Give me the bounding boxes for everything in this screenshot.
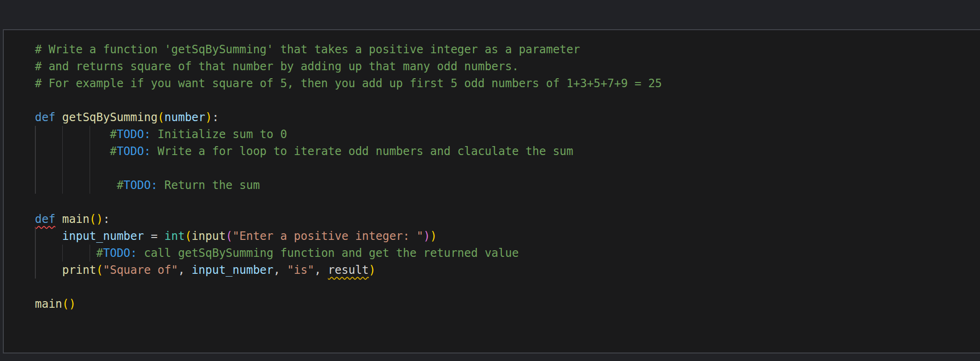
code-token: "is" — [287, 263, 315, 277]
indent-guide — [90, 160, 91, 177]
code-text: #TODO: Write a for loop to iterate odd n… — [35, 145, 573, 158]
code-text: # Write a function 'getSqBySumming' that… — [35, 43, 580, 56]
code-token: ) — [430, 230, 437, 243]
code-token: ) — [96, 213, 103, 226]
code-token: getSqBySumming — [62, 111, 158, 124]
code-text: input_number = int(input("Enter a positi… — [35, 230, 437, 243]
code-token: , — [178, 263, 191, 277]
code-token: # Write a function 'getSqBySumming' that… — [35, 43, 580, 56]
code-line[interactable] — [35, 279, 980, 295]
code-token: # and returns square of that number by a… — [35, 60, 519, 73]
code-token: print — [62, 263, 96, 277]
code-token: , — [314, 263, 328, 277]
code-line[interactable] — [35, 160, 980, 177]
code-token: ) — [205, 111, 212, 124]
code-token: Write a for loop to iterate odd numbers … — [151, 145, 573, 158]
code-token — [55, 213, 62, 226]
code-line[interactable]: def main(): — [35, 211, 980, 228]
code-token: ( — [158, 111, 164, 124]
code-text: def main(): — [35, 213, 110, 226]
code-token: input — [191, 230, 225, 243]
code-text: # For example if you want square of 5, t… — [35, 77, 662, 90]
code-line[interactable] — [35, 92, 980, 109]
code-token: main — [62, 213, 90, 226]
code-token: TODO: — [124, 179, 158, 192]
code-token: : — [103, 213, 110, 226]
code-text: main() — [35, 297, 76, 311]
code-token: "Enter a positive integer: " — [233, 230, 424, 243]
editor-panel: # Write a function 'getSqBySumming' that… — [3, 29, 980, 353]
code-token: Initialize sum to 0 — [151, 128, 287, 141]
code-token: ) — [424, 230, 430, 243]
code-line[interactable]: print("Square of", input_number, "is", r… — [35, 262, 980, 279]
code-token: # For example if you want square of 5, t… — [35, 77, 662, 90]
code-line[interactable] — [35, 194, 980, 211]
code-token: ) — [69, 297, 75, 311]
indent-guide — [35, 160, 36, 177]
code-token: result — [328, 263, 369, 277]
code-token: TODO: — [116, 145, 150, 158]
code-line[interactable]: # and returns square of that number by a… — [35, 58, 980, 75]
code-token: input_number — [191, 263, 273, 277]
code-line[interactable]: #TODO: Return the sum — [35, 177, 980, 194]
code-token: call getSqBySumming function and get the… — [137, 246, 519, 260]
code-token: = — [144, 230, 164, 243]
code-token: def — [35, 213, 55, 226]
code-line[interactable]: #TODO: Write a for loop to iterate odd n… — [35, 143, 980, 160]
code-line[interactable]: input_number = int(input("Enter a positi… — [35, 228, 980, 245]
code-token: main — [35, 297, 62, 311]
code-line[interactable]: #TODO: Initialize sum to 0 — [35, 126, 980, 143]
code-token: : — [212, 111, 219, 124]
code-token: ( — [90, 213, 96, 226]
code-token: ( — [62, 297, 69, 311]
code-token: # — [96, 246, 103, 260]
code-token: # — [110, 128, 116, 141]
code-line[interactable]: main() — [35, 295, 980, 312]
code-line[interactable]: def getSqBySumming(number): — [35, 109, 980, 126]
code-token: ( — [185, 230, 191, 243]
code-token: "Square of" — [103, 263, 178, 277]
indent-guide — [62, 160, 63, 177]
code-token — [55, 111, 62, 124]
code-text: #TODO: Initialize sum to 0 — [35, 128, 287, 141]
code-editor[interactable]: # Write a function 'getSqBySumming' that… — [4, 30, 980, 353]
code-token: ( — [96, 263, 103, 277]
code-line[interactable]: #TODO: call getSqBySumming function and … — [35, 245, 980, 262]
code-token: , — [274, 263, 287, 277]
code-token: # — [110, 145, 116, 158]
code-token: Return the sum — [158, 179, 260, 192]
code-text: print("Square of", input_number, "is", r… — [35, 263, 376, 277]
code-token: int — [165, 230, 185, 243]
code-token: # — [116, 179, 123, 192]
code-token: input_number — [62, 230, 144, 243]
code-token: TODO: — [103, 246, 137, 260]
code-token: def — [35, 111, 55, 124]
code-line[interactable]: # For example if you want square of 5, t… — [35, 75, 980, 92]
code-text: #TODO: call getSqBySumming function and … — [35, 246, 519, 260]
code-text: def getSqBySumming(number): — [35, 111, 219, 124]
code-text: # and returns square of that number by a… — [35, 60, 519, 73]
code-token: ) — [369, 263, 375, 277]
code-text: #TODO: Return the sum — [35, 179, 260, 192]
code-line[interactable]: # Write a function 'getSqBySumming' that… — [35, 41, 980, 58]
code-token: number — [165, 111, 206, 124]
code-token: ( — [226, 230, 233, 243]
code-token: TODO: — [116, 128, 150, 141]
